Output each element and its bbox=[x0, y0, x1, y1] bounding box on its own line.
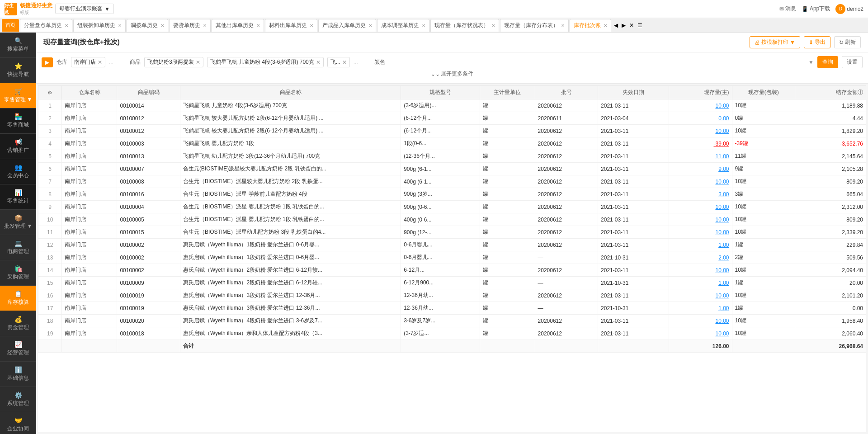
close-icon[interactable]: ✕ bbox=[196, 59, 200, 66]
close-icon[interactable]: ✕ bbox=[604, 23, 607, 28]
sidebar-item-member[interactable]: 👥 会员中心 bbox=[0, 159, 36, 184]
close-icon[interactable]: ✕ bbox=[65, 23, 68, 28]
expand-more-btn[interactable]: ⌄⌄ 展开更多条件 bbox=[42, 68, 863, 80]
tab-cailiao[interactable]: 材料出库单历史 ✕ bbox=[265, 19, 317, 32]
cell-balance: 0.00 bbox=[795, 302, 866, 315]
sidebar-item-finance[interactable]: 💰 资金管理 bbox=[0, 311, 36, 336]
tab-diaobo[interactable]: 调拨单历史 ✕ bbox=[127, 19, 168, 32]
sidebar-item-collab[interactable]: 🤝 企业协同 bbox=[0, 412, 36, 434]
close-icon[interactable]: ✕ bbox=[98, 59, 102, 66]
megaphone-icon: 📢 bbox=[2, 138, 34, 146]
close-icon[interactable]: ✕ bbox=[256, 23, 260, 28]
sidebar-item-operation[interactable]: 📈 经营管理 bbox=[0, 336, 36, 362]
cell-name: 飞鹤星飞帆 幼儿配方奶粉 3段(12-36个月幼儿适用) 700克 bbox=[180, 150, 401, 163]
cell-stock-main[interactable]: 10.00 bbox=[669, 315, 732, 327]
close-icon[interactable]: ✕ bbox=[368, 23, 372, 28]
product-tag-3[interactable]: 飞... ✕ bbox=[327, 57, 350, 67]
cell-stock-main[interactable]: 10.00 bbox=[669, 99, 732, 112]
cell-expire: 2021-03-11 bbox=[598, 289, 669, 302]
sidebar-item-marketing[interactable]: 📢 营销推广 bbox=[0, 134, 36, 159]
sidebar-item-search[interactable]: 🔍 搜索菜单 bbox=[0, 33, 36, 58]
export-btn[interactable]: ⬇ 导出 bbox=[804, 36, 830, 48]
settings-btn[interactable]: 设置 bbox=[842, 56, 863, 68]
cell-stock-main[interactable]: -39.00 bbox=[669, 137, 732, 150]
close-icon[interactable]: ✕ bbox=[118, 23, 122, 28]
tab-home[interactable]: 首页 bbox=[2, 19, 19, 32]
sidebar-item-store[interactable]: 🏪 零售商城 bbox=[0, 108, 36, 134]
close-icon[interactable]: ✕ bbox=[203, 23, 207, 28]
sidebar-item-nav[interactable]: ⭐ 快捷导航 bbox=[0, 58, 36, 83]
cell-stock-main[interactable]: 1.00 bbox=[669, 302, 732, 315]
tab-fenpan[interactable]: 分量盘点单历史 ✕ bbox=[20, 19, 72, 32]
cell-stock-main[interactable]: 10.00 bbox=[669, 226, 732, 239]
cell-code: 00100018 bbox=[117, 327, 180, 340]
app-download-btn[interactable]: 📱 App下载 bbox=[802, 5, 830, 13]
close-icon[interactable]: ✕ bbox=[160, 23, 164, 28]
col-name-header: 商品名称 bbox=[180, 86, 401, 99]
table-row: 5 南岸门店 00100013 飞鹤星飞帆 幼儿配方奶粉 3段(12-36个月幼… bbox=[38, 150, 866, 163]
tab-kucun-status[interactable]: 现存量（库存状况表） ✕ bbox=[430, 19, 499, 32]
close-icon[interactable]: ✕ bbox=[561, 23, 565, 28]
sidebar-item-retail[interactable]: 🛒 零售管理 ▼ bbox=[0, 83, 36, 108]
cell-stock-main[interactable]: 2.00 bbox=[669, 251, 732, 264]
warehouse-tag[interactable]: 南岸门店 ✕ bbox=[71, 57, 105, 67]
tab-menu[interactable]: ☰ bbox=[636, 22, 644, 28]
cell-name: 惠氏启赋（Wyeth illuma）亲和人体儿童配方奶粉4段（3... bbox=[180, 327, 401, 340]
cell-stock-main[interactable]: 10.00 bbox=[669, 327, 732, 340]
cell-stock-main[interactable]: 10.00 bbox=[669, 175, 732, 188]
tab-next[interactable]: ▶ bbox=[620, 22, 627, 28]
sidebar-item-purchase[interactable]: 🛍️ 采购管理 bbox=[0, 260, 36, 286]
cell-batch: 20200612 bbox=[535, 125, 598, 137]
tab-chengben[interactable]: 成本调整单历史 ✕ bbox=[377, 19, 429, 32]
print-btn[interactable]: 🖨 按模板打印 ▼ bbox=[750, 36, 800, 48]
product-tag-1[interactable]: 飞鹤奶粉3段两提装 ✕ bbox=[144, 57, 203, 67]
print-icon: 🖨 bbox=[755, 39, 760, 46]
refresh-btn[interactable]: ↻ 刷新 bbox=[834, 36, 861, 48]
tab-yaohuo[interactable]: 要货单历史 ✕ bbox=[169, 19, 211, 32]
industry-select[interactable]: 母婴行业演示账套 ▼ bbox=[55, 4, 114, 14]
cell-balance: 1,958.40 bbox=[795, 315, 866, 327]
product-dots[interactable]: ... bbox=[354, 59, 358, 66]
cell-stock-main[interactable]: 10.00 bbox=[669, 264, 732, 277]
cell-stock-main[interactable]: 11.00 bbox=[669, 150, 732, 163]
warehouse-dots[interactable]: ... bbox=[109, 59, 113, 66]
sidebar-item-stats[interactable]: 📊 零售统计 bbox=[0, 184, 36, 210]
cell-stock-main[interactable]: 9.00 bbox=[669, 163, 732, 175]
close-icon[interactable]: ✕ bbox=[422, 23, 425, 28]
cell-warehouse: 南岸门店 bbox=[62, 150, 117, 163]
close-icon[interactable]: ✕ bbox=[491, 23, 495, 28]
expand-btn[interactable]: ▶ bbox=[42, 57, 53, 67]
cell-stock-main[interactable]: 10.00 bbox=[669, 213, 732, 226]
cell-stock-main[interactable]: 10.00 bbox=[669, 125, 732, 137]
close-icon[interactable]: ✕ bbox=[342, 59, 347, 66]
query-btn[interactable]: 查询 bbox=[817, 56, 838, 68]
tab-kucun-dist[interactable]: 现存量（库存分布表） ✕ bbox=[500, 19, 569, 32]
cell-stock-main[interactable]: 1.00 bbox=[669, 277, 732, 289]
cell-stock-main[interactable]: 10.00 bbox=[669, 289, 732, 302]
top-right: ✉ 消息 📱 App下载 D demo2 bbox=[779, 4, 863, 14]
sidebar-item-ecom[interactable]: 💻 电商管理 bbox=[0, 235, 36, 260]
cell-stock-pack: -39罐 bbox=[732, 137, 795, 150]
sidebar-item-basic[interactable]: ℹ️ 基础信息 bbox=[0, 362, 36, 387]
cell-spec: 0-6月婴儿... bbox=[401, 239, 480, 251]
close-icon[interactable]: ✕ bbox=[316, 59, 321, 66]
tab-close-all[interactable]: ✕ bbox=[627, 22, 636, 28]
tab-chengpin[interactable]: 产成品入库单历史 ✕ bbox=[318, 19, 376, 32]
cell-stock-main[interactable]: 1.00 bbox=[669, 239, 732, 251]
product-tag-2[interactable]: 飞鹤星飞帆 儿童奶粉 4段(3-6岁适用) 700克 ✕ bbox=[207, 57, 324, 67]
col-settings[interactable]: ⚙ bbox=[38, 86, 62, 99]
cell-stock-main[interactable]: 3.00 bbox=[669, 188, 732, 201]
close-icon[interactable]: ✕ bbox=[310, 23, 313, 28]
message-btn[interactable]: ✉ 消息 bbox=[779, 5, 796, 13]
cell-stock-main[interactable]: 10.00 bbox=[669, 201, 732, 213]
sidebar-item-wholesale[interactable]: 📦 批发管理 ▼ bbox=[0, 210, 36, 235]
tab-qita[interactable]: 其他出库单历史 ✕ bbox=[212, 19, 264, 32]
sidebar-item-system[interactable]: ⚙️ 系统管理 bbox=[0, 387, 36, 412]
cell-stock-main[interactable]: 0.00 bbox=[669, 112, 732, 125]
user-avatar[interactable]: D demo2 bbox=[835, 4, 863, 14]
sidebar-item-inventory[interactable]: 📋 库存核算 bbox=[0, 286, 36, 311]
cell-unit: 罐 bbox=[480, 125, 535, 137]
tab-kucun-batch[interactable]: 库存批次账 ✕ bbox=[570, 19, 611, 32]
tab-prev[interactable]: ◀ bbox=[612, 22, 620, 28]
tab-zuzhuan[interactable]: 组装拆卸单历史 ✕ bbox=[73, 19, 126, 32]
